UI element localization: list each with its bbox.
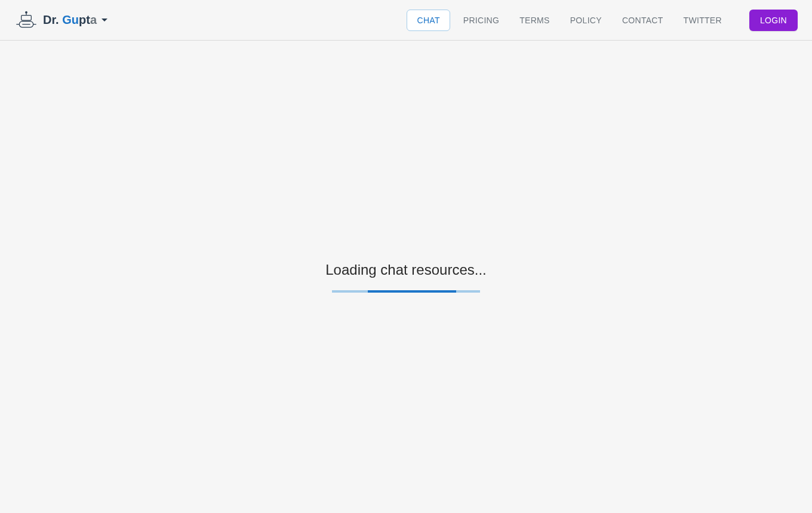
svg-point-0	[26, 11, 27, 13]
nav-twitter[interactable]: TWITTER	[676, 10, 729, 31]
nav-chat[interactable]: CHAT	[407, 10, 450, 31]
brand-part2: Gu	[62, 13, 79, 26]
chevron-down-icon	[102, 19, 107, 21]
brand-part3: pt	[79, 13, 90, 26]
nav-pricing[interactable]: PRICING	[456, 10, 506, 31]
loading-text: Loading chat resources...	[325, 262, 487, 278]
progress-bar	[332, 290, 480, 293]
robot-logo-icon	[14, 8, 38, 32]
main-content: Loading chat resources...	[0, 41, 812, 513]
nav-contact[interactable]: CONTACT	[615, 10, 670, 31]
nav-terms[interactable]: TERMS	[512, 10, 557, 31]
login-button[interactable]: LOGIN	[749, 10, 798, 31]
brand-dropdown[interactable]: Dr. Gupta	[14, 8, 107, 32]
nav-right: CHAT PRICING TERMS POLICY CONTACT TWITTE…	[407, 10, 798, 31]
brand-part4: a	[90, 13, 97, 26]
brand-title: Dr. Gupta	[43, 13, 107, 27]
nav-policy[interactable]: POLICY	[563, 10, 609, 31]
progress-fill	[368, 290, 457, 293]
brand-part1: Dr.	[43, 13, 62, 26]
navbar: Dr. Gupta CHAT PRICING TERMS POLICY CONT…	[0, 0, 812, 41]
